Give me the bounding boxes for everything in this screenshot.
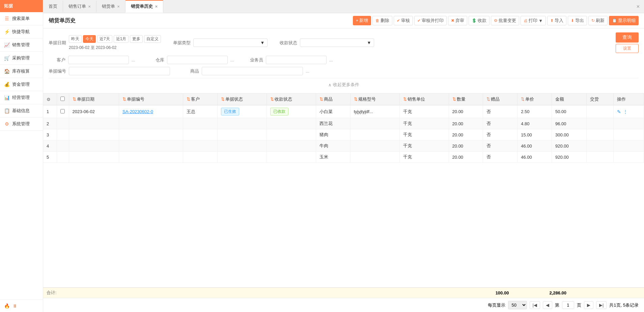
cell-checkbox[interactable] xyxy=(57,140,69,152)
doc-type-select[interactable]: ▼ xyxy=(193,38,268,47)
sidebar-brand: 拓据 xyxy=(4,3,13,9)
refresh-button[interactable]: ↻ 刷新 xyxy=(588,16,608,25)
edit-icon[interactable]: ✎ xyxy=(617,109,621,114)
cell-spec xyxy=(350,129,399,140)
th-doc-no[interactable]: ⇅单据编号 xyxy=(119,94,183,105)
close-tab-sales-delivery-icon[interactable]: ✕ xyxy=(117,5,120,8)
sidebar-item-base-info[interactable]: 📋 基础信息 xyxy=(0,104,43,118)
th-qty[interactable]: ⇅数量 xyxy=(449,94,483,105)
cell-checkbox[interactable] xyxy=(57,118,69,129)
sidebar-bottom: 🔥 ⏸ xyxy=(0,300,43,312)
last-page-button[interactable]: ▶| xyxy=(596,301,607,309)
sidebar-item-inventory[interactable]: 🏠 库存核算 xyxy=(0,65,43,78)
cell-checkbox[interactable] xyxy=(57,105,69,118)
goods-input[interactable] xyxy=(202,67,303,75)
query-button[interactable]: 查询 xyxy=(616,32,639,43)
import-button[interactable]: ⬆ 导入 xyxy=(547,16,566,25)
th-settings[interactable]: ⚙ xyxy=(43,94,57,105)
show-detail-button[interactable]: 📋 显示明细 xyxy=(609,16,639,25)
abandon-button[interactable]: ✖ 弃审 xyxy=(448,16,467,25)
row-checkbox[interactable] xyxy=(60,109,65,113)
per-page-select[interactable]: 50 100 200 xyxy=(508,301,527,309)
tab-sales-history[interactable]: 销货单历史 ✕ xyxy=(125,0,163,13)
th-doc-status[interactable]: ⇅单据状态 xyxy=(218,94,267,105)
date-filter: 单据日期 昨天 今天 近7天 近1月 更多 自定义 2023-06-02 至 2… xyxy=(49,35,161,51)
pagination-summary: 共1页, 5条记录 xyxy=(609,302,639,308)
tab-sales-delivery[interactable]: 销货单 ✕ xyxy=(96,1,125,12)
th-spec[interactable]: ⇅规格型号 xyxy=(350,94,399,105)
page-title: 销货单历史 xyxy=(49,17,76,24)
delete-button[interactable]: 🗑 删除 xyxy=(372,16,392,25)
payment-status-dropdown-icon: ▼ xyxy=(367,40,371,45)
sidebar-item-finance[interactable]: 💰 资金管理 xyxy=(0,78,43,91)
warehouse-input[interactable] xyxy=(167,56,228,64)
date-label: 单据日期 xyxy=(49,40,66,46)
th-goods[interactable]: ⇅商品 xyxy=(316,94,350,105)
th-unit[interactable]: ⇅销售单位 xyxy=(399,94,449,105)
sort-icon: ⇅ xyxy=(73,97,76,102)
warehouse-more-icon[interactable]: ... xyxy=(230,57,234,62)
select-all-checkbox[interactable] xyxy=(60,97,65,101)
goods-more-icon[interactable]: ... xyxy=(306,69,309,74)
close-all-tabs-button[interactable]: ✕ xyxy=(632,1,644,12)
salesperson-more-icon[interactable]: ... xyxy=(329,57,333,62)
first-page-button[interactable]: |◀ xyxy=(530,301,540,309)
collapse-button[interactable]: ∧ 收起更多条件 xyxy=(327,80,361,89)
th-price[interactable]: ⇅单价 xyxy=(517,94,552,105)
settings-gear-icon[interactable]: ⚙ xyxy=(47,97,51,102)
cell-checkbox[interactable] xyxy=(57,152,69,163)
print-dropdown-icon: ▼ xyxy=(538,18,543,23)
salesperson-input[interactable] xyxy=(266,56,327,64)
cell-rowno: 4 xyxy=(43,140,57,152)
pause-icon[interactable]: ⏸ xyxy=(12,303,17,309)
doc-no-input[interactable] xyxy=(69,67,170,75)
th-gift[interactable]: ⇅赠品 xyxy=(483,94,517,105)
prev-page-button[interactable]: ◀ xyxy=(543,301,552,309)
close-tab-sales-history-icon[interactable]: ✕ xyxy=(155,5,158,8)
cell-doc-no xyxy=(119,129,183,140)
sidebar-item-sales-mgmt[interactable]: 📈 销售管理 xyxy=(0,38,43,52)
last1month-btn[interactable]: 近1月 xyxy=(114,35,129,43)
tab-sales-order[interactable]: 销售订单 ✕ xyxy=(63,1,96,12)
batch-change-button[interactable]: ⚙ 批量变更 xyxy=(491,16,519,25)
today-btn[interactable]: 今天 xyxy=(83,35,96,43)
fire-icon[interactable]: 🔥 xyxy=(4,303,10,309)
sidebar-item-operations[interactable]: 📊 经营管理 xyxy=(0,91,43,104)
cell-checkbox[interactable] xyxy=(57,129,69,140)
more-icon[interactable]: ⋮ xyxy=(623,109,628,114)
yesterday-btn[interactable]: 昨天 xyxy=(69,35,82,43)
sidebar-item-search-menu[interactable]: ☰ 搜索菜单 xyxy=(0,12,43,25)
next-page-button[interactable]: ▶ xyxy=(584,301,593,309)
print-button[interactable]: 🖨 打印 ▼ xyxy=(521,16,546,25)
customer-more-icon[interactable]: ... xyxy=(132,57,135,62)
th-customer[interactable]: ⇅客户 xyxy=(183,94,218,105)
payment-status-select[interactable]: ▼ xyxy=(300,38,374,47)
last7days-btn[interactable]: 近7天 xyxy=(97,35,112,43)
new-button[interactable]: + 新增 xyxy=(353,16,371,25)
cell-customer xyxy=(183,129,218,140)
th-payment-status[interactable]: ⇅收款状态 xyxy=(267,94,316,105)
page-input[interactable]: 1 xyxy=(562,301,574,309)
customer-input[interactable] xyxy=(68,56,129,64)
sidebar-item-purchase-mgmt[interactable]: 🛒 采购管理 xyxy=(0,52,43,65)
doc-no-link[interactable]: SA-20230602-0 xyxy=(122,109,153,114)
sidebar-item-quick-nav[interactable]: ⚡ 快捷导航 xyxy=(0,25,43,38)
close-tab-sales-order-icon[interactable]: ✕ xyxy=(88,5,91,8)
audit-button[interactable]: ✔ 审核 xyxy=(394,16,413,25)
cell-doc-date xyxy=(69,152,119,163)
cell-spec xyxy=(350,118,399,129)
audit-print-button[interactable]: ✔ 审核并打印 xyxy=(414,16,447,25)
more-date-btn[interactable]: 更多 xyxy=(130,35,143,43)
sort-icon: ⇅ xyxy=(319,97,323,102)
status-badge: 已生效 xyxy=(221,108,239,115)
collect-button[interactable]: 💲 收款 xyxy=(469,16,489,25)
sidebar-item-system-mgmt[interactable]: ⚙ 系统管理 xyxy=(0,118,43,131)
custom-date-btn[interactable]: 自定义 xyxy=(144,35,161,43)
export-button[interactable]: ⬇ 导出 xyxy=(568,16,587,25)
footer-total-qty: 100.00 xyxy=(496,290,550,295)
th-doc-date[interactable]: ⇅单据日期 xyxy=(69,94,119,105)
show-detail-label: 显示明细 xyxy=(618,18,636,24)
cell-payment-status: 已收款 xyxy=(267,105,316,118)
setting-button[interactable]: 设置 xyxy=(616,44,639,53)
tab-home[interactable]: 首页 xyxy=(43,1,63,12)
